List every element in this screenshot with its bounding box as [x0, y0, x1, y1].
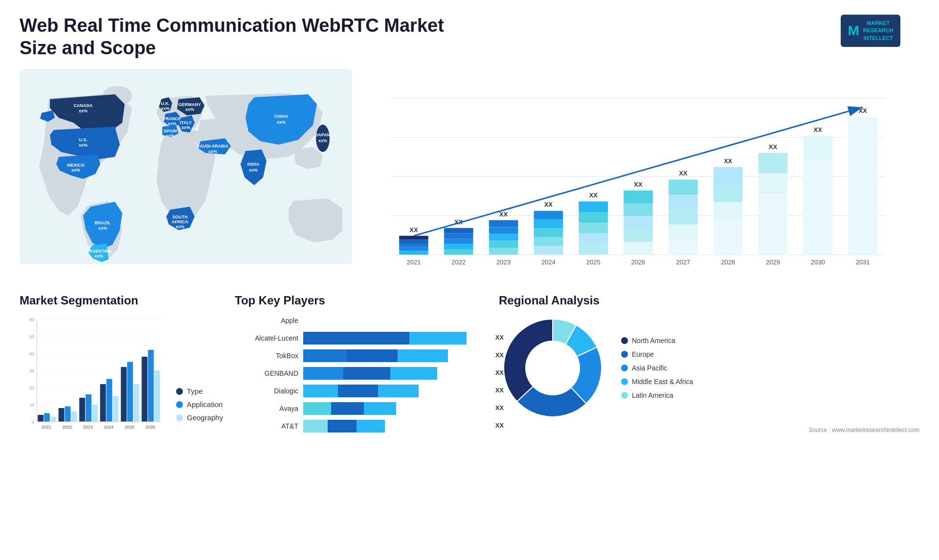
svg-text:2026: 2026 [631, 258, 646, 266]
svg-rect-32 [444, 228, 473, 234]
svg-rect-63 [624, 229, 653, 242]
legend-label-type: Type [187, 387, 203, 395]
svg-rect-140 [154, 370, 160, 422]
svg-text:60: 60 [29, 317, 34, 322]
bar-chart-section: XX2021XX2022XX2023XX2024XX2025XX2026XX20… [367, 69, 919, 279]
svg-rect-69 [669, 210, 698, 225]
regional-legend-item: Asia Pacific [621, 364, 693, 372]
svg-rect-25 [399, 236, 428, 240]
germany-label: GERMANY [179, 102, 201, 107]
svg-text:xx%: xx% [181, 125, 190, 130]
donut-svg [499, 314, 606, 422]
svg-rect-97 [848, 172, 877, 199]
bar-chart-svg: XX2021XX2022XX2023XX2024XX2025XX2026XX20… [372, 74, 919, 279]
svg-rect-92 [803, 231, 832, 255]
svg-rect-119 [44, 413, 50, 422]
svg-rect-39 [489, 220, 518, 227]
svg-rect-74 [714, 167, 743, 185]
player-bar-segment [303, 349, 347, 362]
svg-rect-41 [489, 234, 518, 241]
svg-rect-60 [624, 191, 653, 203]
svg-rect-124 [71, 411, 77, 422]
regional-legend-dot [621, 351, 628, 358]
svg-rect-132 [112, 396, 118, 422]
svg-rect-49 [534, 237, 563, 246]
svg-rect-77 [714, 220, 743, 237]
legend-dot-application [176, 401, 183, 408]
svg-rect-55 [579, 223, 608, 234]
svg-text:2030: 2030 [811, 258, 825, 266]
svg-text:XX: XX [814, 126, 823, 133]
regional-legend-label: Latin America [632, 391, 673, 399]
svg-rect-57 [579, 244, 608, 255]
player-bar-container [303, 367, 489, 380]
svg-rect-88 [803, 136, 832, 160]
svg-text:30: 30 [29, 368, 34, 373]
svg-text:50: 50 [29, 334, 34, 339]
regional-legend-item: Europe [621, 350, 693, 358]
svg-text:2028: 2028 [721, 258, 735, 266]
svg-rect-50 [534, 246, 563, 255]
svg-text:2022: 2022 [62, 425, 72, 430]
top-row: CANADA xx% U.S. xx% MEXICO xx% BRAZIL xx… [20, 69, 919, 279]
svg-rect-36 [444, 249, 473, 255]
svg-text:xx%: xx% [166, 133, 175, 138]
player-name: AT&T [235, 422, 298, 430]
player-name: Alcatel-Lucent [235, 334, 298, 342]
svg-rect-126 [79, 398, 85, 422]
legend-label-geography: Geography [187, 413, 223, 422]
player-row: AvayaXX [235, 402, 489, 415]
donut-chart [499, 314, 606, 422]
segmentation-title: Market Segmentation [20, 294, 225, 307]
svg-rect-43 [489, 248, 518, 255]
svg-text:xx%: xx% [71, 168, 80, 172]
player-bar-segment [343, 367, 390, 380]
legend-application: Application [176, 400, 223, 409]
player-bar-segment [409, 332, 467, 345]
svg-rect-76 [714, 202, 743, 220]
svg-rect-99 [848, 227, 877, 255]
svg-text:2022: 2022 [451, 258, 466, 266]
svg-text:2023: 2023 [83, 425, 93, 430]
svg-rect-35 [444, 244, 473, 249]
svg-rect-83 [759, 194, 788, 214]
player-bar-container [303, 385, 489, 397]
regional-legend-dot [621, 365, 628, 371]
player-name: GENBAND [235, 369, 298, 377]
svg-rect-78 [714, 237, 743, 255]
regional-legend-item: North America [621, 337, 693, 345]
svg-text:xx%: xx% [249, 168, 258, 172]
svg-rect-91 [803, 207, 832, 231]
svg-text:xx%: xx% [277, 120, 286, 125]
svg-text:XX: XX [409, 226, 418, 234]
legend-label-application: Application [187, 400, 223, 409]
world-map-svg: CANADA xx% U.S. xx% MEXICO xx% BRAZIL xx… [20, 69, 352, 264]
regional-legend-item: Middle East & Africa [621, 378, 693, 386]
svg-rect-54 [579, 212, 608, 223]
player-bar-wrap: XX [303, 367, 489, 380]
svg-rect-61 [624, 203, 653, 216]
player-row: DialogicXX [235, 385, 489, 397]
svg-text:2024: 2024 [541, 258, 556, 266]
svg-text:2025: 2025 [586, 258, 601, 266]
svg-text:2029: 2029 [766, 258, 780, 266]
player-name: Avaya [235, 405, 298, 412]
svg-rect-62 [624, 216, 653, 229]
player-bar-segment [303, 332, 352, 345]
logo-box: M MARKET RESEARCH INTELLECT [841, 15, 900, 47]
header: Web Real Time Communication WebRTC Marke… [20, 15, 919, 59]
svg-rect-127 [86, 394, 91, 422]
player-bar-wrap: XX [303, 349, 489, 362]
player-name: Apple [235, 317, 298, 324]
map-section: CANADA xx% U.S. xx% MEXICO xx% BRAZIL xx… [20, 69, 352, 279]
regional-section: Regional Analysis North AmericaEuropeAsi… [499, 294, 919, 433]
regional-legend-dot [621, 392, 628, 399]
legend-dot-type [176, 388, 183, 395]
logo-text: MARKET RESEARCH INTELLECT [863, 20, 894, 42]
svg-text:2024: 2024 [104, 425, 113, 430]
logo-m-letter: M [848, 22, 859, 40]
svg-rect-82 [759, 173, 788, 194]
svg-rect-34 [444, 239, 473, 244]
svg-text:0: 0 [32, 420, 34, 425]
segmentation-chart: 0102030405060202120222023202420252026 Ty… [20, 314, 225, 436]
